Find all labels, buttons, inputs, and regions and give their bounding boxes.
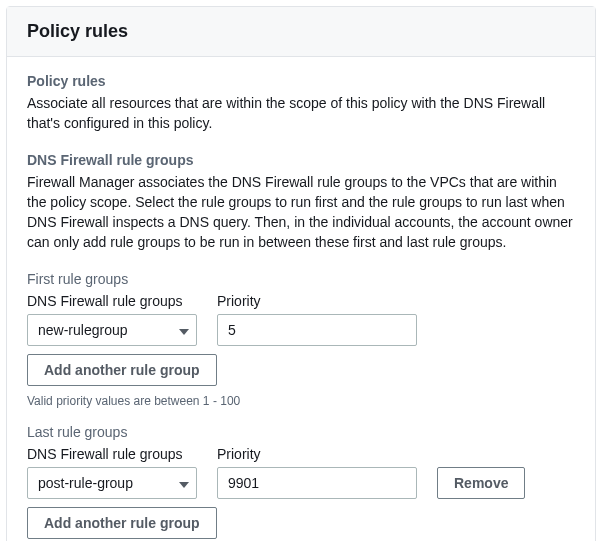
add-last-rule-group-button[interactable]: Add another rule group xyxy=(27,507,217,539)
first-priority-col: Priority xyxy=(217,293,417,346)
last-priority-input[interactable] xyxy=(217,467,417,499)
first-rule-groups: First rule groups DNS Firewall rule grou… xyxy=(27,271,575,408)
last-priority-col: Priority xyxy=(217,446,417,499)
first-priority-input[interactable] xyxy=(217,314,417,346)
last-rule-select-wrap: post-rule-group xyxy=(27,467,197,499)
last-rule-select-label: DNS Firewall rule groups xyxy=(27,446,197,462)
panel-header: Policy rules xyxy=(7,7,595,57)
first-helper-text: Valid priority values are between 1 - 10… xyxy=(27,394,575,408)
dns-section-desc: Firewall Manager associates the DNS Fire… xyxy=(27,172,575,253)
policy-rules-panel: Policy rules Policy rules Associate all … xyxy=(6,6,596,541)
first-groups-title: First rule groups xyxy=(27,271,575,287)
first-rule-select-wrap: new-rulegroup xyxy=(27,314,197,346)
last-priority-label: Priority xyxy=(217,446,417,462)
last-groups-title: Last rule groups xyxy=(27,424,575,440)
panel-title: Policy rules xyxy=(27,21,575,42)
first-rule-select-col: DNS Firewall rule groups new-rulegroup xyxy=(27,293,197,346)
panel-body: Policy rules Associate all resources tha… xyxy=(7,57,595,541)
first-rule-select-label: DNS Firewall rule groups xyxy=(27,293,197,309)
policy-rules-section-desc: Associate all resources that are within … xyxy=(27,93,575,134)
policy-rules-section-title: Policy rules xyxy=(27,73,575,89)
first-rule-row: DNS Firewall rule groups new-rulegroup P… xyxy=(27,293,575,346)
first-add-row: Add another rule group xyxy=(27,354,575,386)
last-rule-select[interactable]: post-rule-group xyxy=(27,467,197,499)
last-rule-select-col: DNS Firewall rule groups post-rule-group xyxy=(27,446,197,499)
first-priority-label: Priority xyxy=(217,293,417,309)
last-rule-groups: Last rule groups DNS Firewall rule group… xyxy=(27,424,575,541)
add-first-rule-group-button[interactable]: Add another rule group xyxy=(27,354,217,386)
first-rule-select[interactable]: new-rulegroup xyxy=(27,314,197,346)
last-remove-col: Remove xyxy=(437,467,525,499)
last-add-row: Add another rule group xyxy=(27,507,575,539)
remove-last-rule-button[interactable]: Remove xyxy=(437,467,525,499)
last-rule-row: DNS Firewall rule groups post-rule-group… xyxy=(27,446,575,499)
dns-section-title: DNS Firewall rule groups xyxy=(27,152,575,168)
